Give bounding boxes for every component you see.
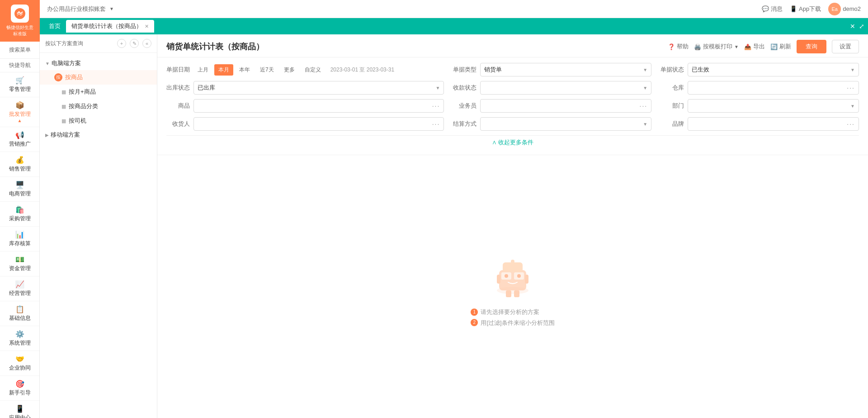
sidebar-item-enterprise[interactable]: 🤝 企业协同 — [0, 351, 39, 376]
dept-label: 部门 — [660, 102, 688, 110]
scheme-tree: ▼ 电脑端方案 按 按商品 ▦ 按月+商品 ▦ 按商品分类 — [40, 53, 157, 145]
sidebar-item-wholesale[interactable]: 📦 批发管理 ▲ — [0, 97, 39, 127]
sidebar-item-label-system: 系统管理 — [9, 339, 31, 347]
template-print-button[interactable]: 🖨️ 按模板打印 ▼ — [694, 43, 739, 51]
sidebar-item-appcenter[interactable]: 📱 应用中心 — [0, 401, 39, 418]
sidebar-quicknav-label: 快捷导航 — [9, 62, 31, 68]
sidebar-item-newbie[interactable]: 🎯 新手引导 — [0, 376, 39, 401]
product-input[interactable]: ··· — [193, 99, 444, 113]
warehouse-dots-icon: ··· — [847, 84, 855, 91]
tree-group-mobile: ▶ 移动端方案 — [40, 128, 157, 142]
collapse-icon: « — [146, 41, 148, 46]
scheme-by-scanner[interactable]: ▦ 按司机 — [40, 114, 157, 128]
svg-point-12 — [517, 274, 521, 278]
sidebar-item-system[interactable]: ⚙️ 系统管理 — [0, 326, 39, 351]
sidebar-item-purchase[interactable]: 🛍️ 采购管理 — [0, 202, 39, 227]
brand-input[interactable]: ··· — [688, 117, 859, 131]
edit-icon: ✎ — [132, 41, 137, 47]
sidebar-item-operations[interactable]: 📈 经营管理 — [0, 276, 39, 301]
sidebar-item-ecommerce[interactable]: 🖥️ 电商管理 — [0, 177, 39, 202]
settings-button[interactable]: 设置 — [832, 40, 859, 53]
app-logo-text: 畅捷信好生意 — [6, 24, 33, 31]
help-button[interactable]: ❓ 帮助 — [668, 43, 689, 51]
sidebar-quicknav-item[interactable]: 快捷导航 — [0, 59, 39, 72]
receiver-label: 收货人 — [166, 120, 193, 128]
sidebar-item-marketing[interactable]: 📢 营销推广 — [0, 127, 39, 152]
date-filter-field: 单据日期 上月 本月 本年 近7天 更多 自定义 2023-03-01 至 20… — [166, 64, 444, 76]
scheme-by-month-product[interactable]: ▦ 按月+商品 — [40, 85, 157, 99]
product-dots-icon: ··· — [432, 102, 440, 109]
app-download-label: App下载 — [799, 5, 821, 13]
edit-scheme-button[interactable]: ✎ — [130, 39, 139, 48]
sidebar-item-inventory[interactable]: 📊 库存核算 — [0, 227, 39, 252]
print-icon: 🖨️ — [694, 43, 701, 50]
tree-group-pc: ▼ 电脑端方案 按 按商品 ▦ 按月+商品 ▦ 按商品分类 — [40, 57, 157, 128]
filter-row-1: 单据日期 上月 本月 本年 近7天 更多 自定义 2023-03-01 至 20… — [166, 63, 859, 76]
date-btn-current-month[interactable]: 本月 — [214, 64, 233, 76]
receiver-input[interactable]: ··· — [193, 117, 444, 131]
message-button[interactable]: 💬 消息 — [762, 5, 783, 13]
sidebar-item-retail[interactable]: 🛒 零售管理 — [0, 72, 39, 97]
inventory-icon: 📊 — [15, 230, 24, 239]
tab-home[interactable]: 首页 — [43, 20, 66, 33]
sub-icon-2: ▦ — [61, 104, 66, 109]
app-download-button[interactable]: 📱 App下载 — [790, 5, 821, 13]
tab-sales-stat[interactable]: 销货单统计计表（按商品） ✕ — [66, 20, 154, 33]
warehouse-input[interactable]: ··· — [688, 81, 859, 95]
payment-status-input[interactable]: ▼ — [480, 81, 651, 95]
sidebar-item-finance[interactable]: 💵 资金管理 — [0, 252, 39, 276]
export-button[interactable]: 📤 导出 — [744, 43, 765, 51]
tip-text-2: 用[过滤]条件来缩小分析范围 — [481, 318, 554, 328]
sidebar-item-basic[interactable]: 📋 基础信息 — [0, 301, 39, 326]
sidebar-item-sales[interactable]: 💰 销售管理 — [0, 152, 39, 177]
date-btn-current-year[interactable]: 本年 — [235, 64, 254, 76]
tree-group-pc-header[interactable]: ▼ 电脑端方案 — [40, 57, 157, 70]
collapse-label: ∧ 收起更多条件 — [492, 139, 534, 146]
date-options: 上月 本月 本年 近7天 更多 自定义 2023-03-01 至 2023-03… — [193, 64, 394, 76]
filter-row-4: 收货人 ··· 结算方式 ▼ 品牌 — [166, 117, 859, 131]
salesperson-field: 业务员 ··· — [453, 99, 651, 113]
filter-row-2: 出库状态 已出库 ▼ 收款状态 ▼ 仓库 — [166, 81, 859, 95]
sidebar-item-label-newbie: 新手引导 — [9, 389, 31, 397]
user-menu[interactable]: Ea demo2 — [828, 3, 861, 15]
stock-status-value: 已出库 — [198, 84, 215, 92]
settlement-input[interactable]: ▼ — [480, 117, 651, 131]
message-label: 消息 — [771, 5, 783, 13]
scheme-by-product[interactable]: 按 按商品 — [40, 70, 157, 85]
salesperson-input[interactable]: ··· — [480, 99, 651, 113]
tab-close-icon[interactable]: ✕ — [145, 24, 149, 29]
date-btn-more[interactable]: 更多 — [280, 64, 299, 76]
doc-type-input[interactable]: 销货单 ▼ — [480, 63, 651, 76]
warehouse-field: 仓库 ··· — [660, 81, 859, 95]
date-btn-last-7days[interactable]: 近7天 — [256, 64, 278, 76]
settlement-dropdown-icon: ▼ — [643, 122, 647, 127]
tree-group-mobile-header[interactable]: ▶ 移动端方案 — [40, 128, 157, 142]
sidebar-item-label-appcenter: 应用中心 — [9, 414, 31, 418]
doc-status-value: 已生效 — [692, 66, 709, 74]
add-icon: + — [120, 41, 123, 46]
stock-status-input[interactable]: 已出库 ▼ — [193, 81, 444, 95]
mobile-group-label: 移动端方案 — [51, 131, 80, 139]
close-window-icon[interactable]: ✕ — [850, 23, 855, 30]
maximize-icon[interactable]: ⤢ — [859, 23, 864, 30]
sub-icon-1: ▦ — [61, 89, 66, 95]
dept-input[interactable]: ▼ — [688, 99, 859, 113]
scheme-by-category[interactable]: ▦ 按商品分类 — [40, 99, 157, 114]
date-btn-last-month[interactable]: 上月 — [193, 64, 212, 76]
page-title: 销货单统计计表（按商品） — [166, 41, 264, 52]
tip-text-1: 请先选择要分析的方案 — [481, 307, 539, 317]
collapse-button[interactable]: ∧ 收起更多条件 — [166, 135, 859, 149]
doc-status-input[interactable]: 已生效 ▼ — [688, 63, 859, 76]
add-scheme-button[interactable]: + — [117, 39, 126, 48]
page-actions: ❓ 帮助 🖨️ 按模板打印 ▼ 📤 导出 🔄 刷新 — [668, 40, 859, 53]
message-icon: 💬 — [762, 5, 769, 12]
top-header: 办公用品行业模拟账套 ▼ 💬 消息 📱 App下载 Ea demo2 — [40, 0, 868, 18]
workspace-selector[interactable]: 办公用品行业模拟账套 ▼ — [47, 5, 114, 13]
stock-status-dropdown-icon: ▼ — [435, 86, 440, 90]
refresh-button[interactable]: 🔄 刷新 — [770, 43, 791, 51]
collapse-panel-button[interactable]: « — [142, 39, 151, 48]
sidebar-search-item[interactable]: 搜索菜单 — [0, 42, 39, 59]
date-btn-custom[interactable]: 自定义 — [301, 64, 325, 76]
svg-point-10 — [511, 260, 514, 263]
query-button[interactable]: 查询 — [797, 40, 826, 53]
